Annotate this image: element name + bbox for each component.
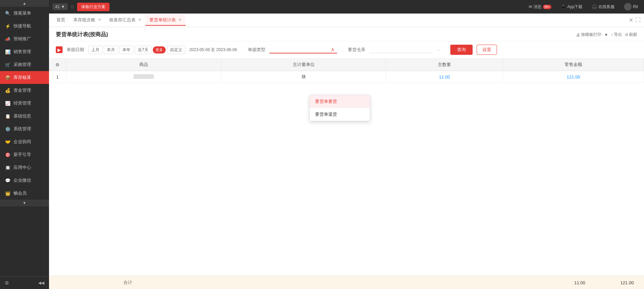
sidebar-scroll-down[interactable]: ▼ [0, 200, 49, 206]
message-nav-item[interactable]: ✉ 消息 99+ [526, 4, 554, 10]
sidebar-item-quick-nav[interactable]: ⚡ 快捷导航 [0, 20, 49, 32]
sidebar-scroll-up[interactable]: ▲ [0, 0, 49, 7]
sidebar-item-basic[interactable]: 📋 基础信息 [0, 110, 49, 123]
guide-icon: 🎯 [5, 152, 11, 158]
top-right-nav: ✉ 消息 99+ 📱 App下载 🎧 在线客服 Rit [526, 3, 641, 10]
collapse-icon[interactable]: ◀◀ [38, 281, 44, 285]
date-btn-more[interactable]: 更多 [153, 46, 166, 53]
sidebar-label-marketing: 营销推广 [14, 36, 31, 42]
basic-icon: 📋 [5, 113, 11, 119]
store-selector[interactable]: 41 ▼ [52, 3, 68, 10]
date-btn-this-month[interactable]: 本月 [104, 46, 118, 54]
date-btn-this-year[interactable]: 本年 [119, 46, 134, 54]
date-range-display: 2023-05-06 至 2023-06-06 [189, 47, 237, 53]
user-label: Rit [633, 4, 638, 9]
amount-value[interactable]: 121.00 [567, 74, 580, 80]
type-filter-arrow-up: ∧ [331, 47, 334, 52]
message-badge: 99+ [543, 5, 551, 9]
sidebar-label-finance: 资金管理 [14, 87, 31, 93]
tab-close-all-icon[interactable]: ✕ [629, 17, 633, 23]
sidebar-item-app-center[interactable]: 🔲 应用中心 [0, 161, 49, 174]
sidebar-item-search[interactable]: 🔍 搜索菜单 [0, 7, 49, 20]
filter-area: ▶ 单据日期 上月 本月 本年 近7天 更多 自定义 2023-05-06 至 … [49, 41, 644, 59]
sidebar-item-finance[interactable]: 💰 资金管理 [0, 84, 49, 97]
sidebar-item-member[interactable]: 👑 畅会员 [0, 187, 49, 200]
tab-inventory-batch[interactable]: 库存批次账 ✕ [69, 15, 105, 26]
tab-inventory-batch-close[interactable]: ✕ [98, 18, 101, 22]
app-download-nav-item[interactable]: 📱 App下载 [558, 4, 585, 10]
date-btn-prev-month[interactable]: 上月 [88, 46, 102, 54]
settings-button[interactable]: 设置 [477, 45, 497, 55]
sidebar-label-member: 畅会员 [14, 190, 27, 196]
query-button[interactable]: 查询 [450, 45, 473, 55]
dropdown-item-require-goods[interactable]: 要货单要货 [310, 95, 370, 108]
sidebar-label-quick-nav: 快捷导航 [14, 23, 31, 29]
col-unit: 主计量单位 [221, 59, 386, 71]
type-filter-label: 单据类型 [248, 47, 265, 53]
total-quantity: 11.00 [570, 280, 590, 285]
warehouse-filter-input[interactable] [369, 46, 432, 53]
tab-order-summary[interactable]: 要货单统计表 ✕ [145, 15, 186, 26]
quantity-value[interactable]: 11.00 [439, 74, 450, 80]
dropdown-item-require-return[interactable]: 要货单退货 [310, 108, 370, 121]
date-btn-recent7[interactable]: 近7天 [135, 46, 151, 54]
sidebar-item-operation[interactable]: 📈 经营管理 [0, 97, 49, 110]
sidebar-item-system[interactable]: ⚙️ 系统管理 [0, 123, 49, 135]
sidebar-item-sales[interactable]: 📊 销售管理 [0, 45, 49, 58]
cell-goods [66, 71, 221, 83]
inventory-icon: 📦 [5, 74, 11, 81]
template-print-label: 按模板打印 [581, 32, 601, 38]
sidebar-item-purchase[interactable]: 🛒 采购管理 [0, 58, 49, 71]
total-label: 合计 [56, 280, 132, 286]
marketing-icon: 📣 [5, 36, 11, 42]
type-filter-select[interactable]: ∧ [269, 46, 337, 53]
sidebar-label-app-center: 应用中心 [14, 164, 31, 171]
sidebar-item-guide[interactable]: 🎯 新手引导 [0, 148, 49, 161]
app-center-icon: 🔲 [5, 164, 11, 171]
quick-nav-icon: ⚡ [5, 23, 11, 29]
sidebar-label-guide: 新手引导 [14, 152, 31, 158]
sidebar-item-wechat[interactable]: 💬 企业微信 [0, 174, 49, 187]
phone-icon: 📱 [561, 4, 566, 9]
cell-amount[interactable]: 121.00 [503, 71, 644, 83]
warehouse-dots-icon[interactable]: ··· [437, 47, 441, 52]
tab-receive-summary-close[interactable]: ✕ [138, 18, 141, 22]
tab-inventory-batch-label: 库存批次账 [73, 17, 95, 23]
settings-bottom-icon[interactable]: ⚙ [5, 280, 9, 286]
filter-expand-button[interactable]: ▶ [56, 46, 63, 53]
cell-no: 1 [49, 71, 66, 83]
tab-expand-icon[interactable]: ⛶ [635, 17, 641, 23]
tab-receive-summary[interactable]: 收发存汇总表 ✕ [105, 15, 145, 26]
export-icon: ↑ [611, 32, 613, 37]
sidebar-item-enterprise[interactable]: 🤝 企业协同 [0, 135, 49, 148]
sidebar: ▲ 🔍 搜索菜单 ⚡ 快捷导航 📣 营销推广 📊 销售管理 🛒 采购管理 📦 库… [0, 0, 49, 289]
export-button[interactable]: ↑ 导出 [611, 32, 622, 38]
tab-home[interactable]: 首页 [52, 15, 69, 26]
sidebar-item-marketing[interactable]: 📣 营销推广 [0, 32, 49, 45]
tab-receive-summary-label: 收发存汇总表 [109, 17, 136, 23]
page-header-actions: 🖨 按模板打印 ▼ ↑ 导出 ↺ 刷新 [576, 32, 637, 38]
promote-button[interactable]: 体验行业方案 [77, 3, 110, 11]
user-nav-item[interactable]: Rit [621, 3, 641, 10]
online-service-nav-item[interactable]: 🎧 在线客服 [589, 4, 617, 10]
date-btn-custom[interactable]: 自定义 [167, 46, 185, 54]
total-values: 11.00 121.00 [570, 280, 637, 285]
member-icon: 👑 [5, 190, 11, 196]
template-print-button[interactable]: 🖨 按模板打印 [576, 32, 601, 38]
refresh-button[interactable]: ↺ 刷新 [625, 32, 637, 38]
expand-print-button[interactable]: ▼ [604, 32, 608, 37]
table-header-row: ⚙ 商品 主计量单位 主数量 零售金额 [49, 59, 644, 71]
search-icon: 🔍 [5, 10, 11, 16]
sidebar-label-sales: 销售管理 [14, 49, 31, 55]
sidebar-bottom: ⚙ ◀◀ [0, 276, 49, 289]
cell-quantity[interactable]: 11.00 [386, 71, 503, 83]
refresh-icon: ↺ [625, 32, 628, 37]
column-settings-icon[interactable]: ⚙ [55, 62, 59, 67]
settings-icon-topbar[interactable]: ⚙ [70, 4, 74, 9]
tab-order-summary-close[interactable]: ✕ [178, 18, 182, 22]
app-download-label: App下载 [567, 4, 582, 10]
col-settings[interactable]: ⚙ [49, 59, 66, 71]
total-row: 合计 11.00 121.00 [49, 276, 644, 289]
sidebar-item-inventory[interactable]: 📦 库存核算 [0, 71, 49, 84]
expand-arrow-icon: ▼ [604, 32, 608, 37]
